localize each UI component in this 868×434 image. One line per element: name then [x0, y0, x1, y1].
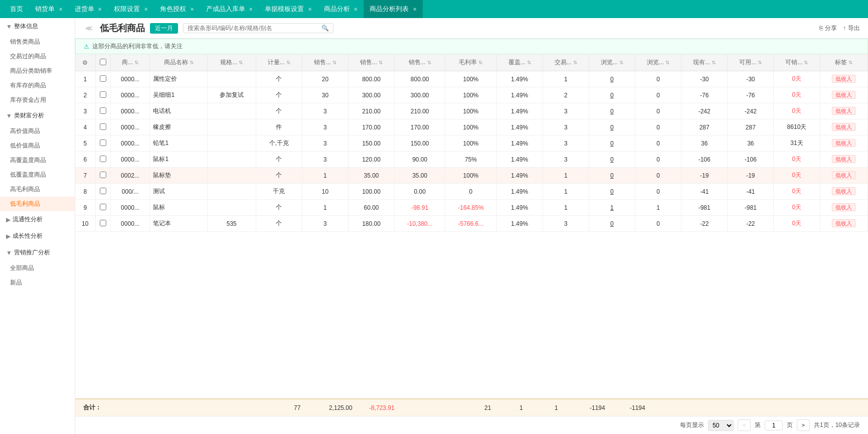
cell-check-5[interactable]: [95, 152, 110, 168]
sidebar-section-growth[interactable]: ▶ 成长性分析: [0, 228, 75, 244]
nav-role-auth[interactable]: 角色授权 ✕: [154, 0, 200, 18]
col-unit[interactable]: 计量...⇅: [256, 54, 302, 71]
page-size-select[interactable]: 50 100 200: [708, 420, 734, 431]
collapse-sidebar-button[interactable]: ≪: [83, 24, 95, 32]
row-checkbox-4[interactable]: [100, 139, 106, 146]
sidebar-item-traded-products[interactable]: 交易过的商品: [0, 49, 75, 64]
time-filter-button[interactable]: 近一月: [150, 23, 178, 34]
cell-check-7[interactable]: [95, 184, 110, 200]
sidebar-item-category-rate[interactable]: 商品分类助销率: [0, 64, 75, 78]
page-number-input[interactable]: [765, 420, 783, 430]
cell-check-0[interactable]: [95, 71, 110, 87]
row-checkbox-1[interactable]: [100, 91, 106, 98]
col-sales-profit[interactable]: 销售...⇅: [395, 54, 445, 71]
next-page-button[interactable]: ＞: [797, 419, 810, 431]
col-sales-amount[interactable]: 销售...⇅: [348, 54, 394, 71]
col-tag[interactable]: 标签⇅: [820, 54, 867, 71]
cell-view1-1[interactable]: 0: [589, 87, 635, 103]
col-settings[interactable]: ⚙: [75, 54, 95, 71]
cell-view1-2[interactable]: 0: [589, 103, 635, 119]
close-sales-order[interactable]: ✕: [59, 7, 63, 12]
col-spec[interactable]: 规格...⇅: [207, 54, 256, 71]
cell-view1-0[interactable]: 0: [589, 71, 635, 87]
cell-check-4[interactable]: [95, 135, 110, 152]
nav-home[interactable]: 首页: [4, 0, 29, 18]
search-input[interactable]: [188, 25, 319, 32]
cell-view1-6[interactable]: 0: [589, 168, 635, 184]
sidebar-section-liquidity[interactable]: ▶ 流通性分析: [0, 211, 75, 228]
sidebar-section-overall[interactable]: ▼ 整体信息: [0, 18, 75, 35]
row-checkbox-7[interactable]: [100, 188, 106, 194]
col-code[interactable]: 商...⇅: [110, 54, 150, 71]
settings-icon[interactable]: ⚙: [82, 59, 88, 66]
cell-check-2[interactable]: [95, 103, 110, 119]
cell-check-3[interactable]: [95, 119, 110, 135]
cell-view1-4[interactable]: 0: [589, 135, 635, 152]
search-icon[interactable]: 🔍: [321, 25, 329, 32]
close-role-auth[interactable]: ✕: [190, 7, 194, 12]
cell-check-6[interactable]: [95, 168, 110, 184]
close-product-analysis-list[interactable]: ✕: [413, 7, 417, 12]
row-checkbox-9[interactable]: [100, 220, 106, 226]
sidebar-item-low-value[interactable]: 低价值商品: [0, 138, 75, 153]
sidebar-item-in-stock[interactable]: 有库存的商品: [0, 78, 75, 93]
col-saleable[interactable]: 可销...⇅: [774, 54, 820, 71]
col-view2[interactable]: 浏览...⇅: [635, 54, 681, 71]
col-view1[interactable]: 浏览...⇅: [589, 54, 635, 71]
sidebar-item-new-products[interactable]: 新品: [0, 275, 75, 290]
nav-product-analysis-list[interactable]: 商品分析列表 ✕: [364, 0, 423, 18]
row-checkbox-8[interactable]: [100, 204, 106, 210]
col-available[interactable]: 可用...⇅: [728, 54, 774, 71]
cell-view1-3[interactable]: 0: [589, 119, 635, 135]
cell-view1-8[interactable]: 1: [589, 200, 635, 216]
sidebar-item-low-margin[interactable]: 低毛利商品: [0, 197, 75, 211]
sidebar-section-marketing[interactable]: ▼ 营销推广分析: [0, 244, 75, 261]
close-purchase-order[interactable]: ✕: [98, 7, 102, 12]
nav-product-analysis[interactable]: 商品分析 ✕: [318, 0, 364, 18]
close-product-analysis[interactable]: ✕: [354, 7, 358, 12]
nav-product-entry[interactable]: 产成品入库单 ✕: [200, 0, 259, 18]
cell-sales-count-8: 1: [302, 200, 348, 216]
sidebar-item-high-value[interactable]: 高价值商品: [0, 124, 75, 138]
cell-view1-9[interactable]: 0: [589, 216, 635, 232]
share-button[interactable]: ⎘ 分享: [819, 24, 837, 33]
sidebar-item-sales-products[interactable]: 销售类商品: [0, 35, 75, 49]
sidebar-item-high-coverage[interactable]: 高覆盖度商品: [0, 153, 75, 168]
col-trade-count[interactable]: 交易...⇅: [543, 54, 589, 71]
row-checkbox-6[interactable]: [100, 172, 106, 178]
nav-purchase-order[interactable]: 进货单 ✕: [69, 0, 108, 18]
col-gross-margin[interactable]: 毛利率⇅: [445, 54, 496, 71]
col-check[interactable]: [95, 54, 110, 71]
row-checkbox-0[interactable]: [100, 75, 106, 82]
close-template-settings[interactable]: ✕: [308, 7, 312, 12]
sidebar-item-high-margin[interactable]: 高毛利商品: [0, 182, 75, 197]
col-sales-count[interactable]: 销售...⇅: [302, 54, 348, 71]
cell-view1-5[interactable]: 0: [589, 152, 635, 168]
cell-code-5: 0000...: [110, 152, 150, 168]
row-checkbox-2[interactable]: [100, 107, 106, 114]
nav-permission[interactable]: 权限设置 ✕: [108, 0, 154, 18]
cell-available-9: -22: [728, 216, 774, 232]
close-product-entry[interactable]: ✕: [249, 7, 253, 12]
nav-sales-order[interactable]: 销货单 ✕: [29, 0, 69, 18]
select-all-checkbox[interactable]: [100, 59, 106, 65]
cell-check-8[interactable]: [95, 200, 110, 216]
prev-page-button[interactable]: ＜: [738, 419, 751, 431]
cell-spec-2: [207, 103, 256, 119]
row-checkbox-3[interactable]: [100, 123, 106, 130]
sidebar-item-stock-funds[interactable]: 库存资金占用: [0, 93, 75, 107]
cell-current-stock-7: -41: [681, 184, 728, 200]
nav-template-settings[interactable]: 单据模板设置 ✕: [259, 0, 318, 18]
close-permission[interactable]: ✕: [144, 7, 148, 12]
sidebar-item-all-products[interactable]: 全部商品: [0, 261, 75, 275]
cell-check-1[interactable]: [95, 87, 110, 103]
col-name[interactable]: 商品名称⇅: [150, 54, 207, 71]
row-checkbox-5[interactable]: [100, 156, 106, 162]
col-coverage[interactable]: 覆盖...⇅: [496, 54, 543, 71]
sidebar-item-low-coverage[interactable]: 低覆盖度商品: [0, 168, 75, 182]
export-button[interactable]: ↑ 导出: [843, 24, 860, 33]
cell-check-9[interactable]: [95, 216, 110, 232]
cell-view1-7[interactable]: 0: [589, 184, 635, 200]
sidebar-section-wealth[interactable]: ▼ 类财富分析: [0, 107, 75, 124]
col-current-stock[interactable]: 现有...⇅: [681, 54, 728, 71]
